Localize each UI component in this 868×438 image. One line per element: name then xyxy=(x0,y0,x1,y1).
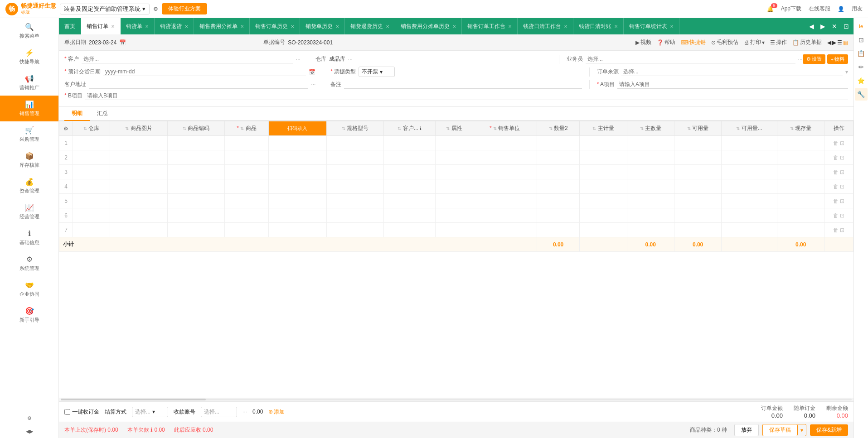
cell-available[interactable] xyxy=(674,136,721,150)
tab-close-icon[interactable]: ✕ xyxy=(508,24,512,29)
delivery-date-input[interactable] xyxy=(103,67,306,76)
tab-close-icon[interactable]: ✕ xyxy=(452,24,456,29)
col-main-unit[interactable]: ⇅ 主计量 xyxy=(580,121,627,136)
cell-qty2[interactable] xyxy=(537,194,579,208)
col-img[interactable]: ⇅ 商品图片 xyxy=(110,121,168,136)
sidebar-item-quicknav[interactable]: ⚡ 快捷导航 xyxy=(0,44,58,70)
cell-customer-code[interactable] xyxy=(384,179,436,194)
sidebar-collapse-btn[interactable]: ◀▶ xyxy=(0,425,58,438)
tab-maximize-btn[interactable]: ⊡ xyxy=(841,23,852,30)
cell-main-qty[interactable] xyxy=(627,194,674,208)
cell-img[interactable] xyxy=(110,165,168,179)
cell-unit[interactable] xyxy=(473,179,537,194)
operation-btn[interactable]: ☰ 操作 xyxy=(770,39,787,46)
sidebar-item-finance[interactable]: 💰 资金管理 xyxy=(0,173,58,199)
tab-stats[interactable]: 销售订单统计表 ✕ xyxy=(624,18,679,34)
cell-product[interactable] xyxy=(225,165,269,179)
cell-product[interactable] xyxy=(225,194,269,208)
cell-qty2[interactable] xyxy=(537,223,579,237)
col-customer-code[interactable]: ⇅ 客户... ℹ xyxy=(384,121,436,136)
cell-customer-code[interactable] xyxy=(384,150,436,165)
cell-main-qty[interactable] xyxy=(627,179,674,194)
cell-available2[interactable] xyxy=(722,136,777,150)
cell-code[interactable] xyxy=(167,165,225,179)
tab-next-btn[interactable]: ▶ xyxy=(818,23,828,30)
copy-icon[interactable]: ⊡ xyxy=(840,198,844,204)
col-settings[interactable]: ⚙ xyxy=(59,121,73,136)
scan-btn[interactable]: 扫码录入 xyxy=(284,124,311,133)
delete-icon[interactable]: 🗑 xyxy=(833,154,839,161)
cell-available[interactable] xyxy=(674,223,721,237)
tab-cash-workbench[interactable]: 钱货日清工作台 ✕ xyxy=(518,18,573,34)
cell-spec[interactable] xyxy=(326,208,384,223)
cell-main-unit[interactable] xyxy=(580,194,627,208)
cell-available[interactable] xyxy=(674,150,721,165)
cell-main-qty[interactable] xyxy=(627,223,674,237)
sidebar-settings-btn[interactable]: ⚙ xyxy=(0,412,58,425)
cell-img[interactable] xyxy=(110,136,168,150)
cell-attribute[interactable] xyxy=(436,208,473,223)
discard-button[interactable]: 放弃 xyxy=(734,424,759,436)
cell-code[interactable] xyxy=(167,136,225,150)
cell-available2[interactable] xyxy=(722,179,777,194)
cell-main-unit[interactable] xyxy=(580,165,627,179)
delete-icon[interactable]: 🗑 xyxy=(833,140,839,146)
cell-qty2[interactable] xyxy=(537,179,579,194)
cell-attribute[interactable] xyxy=(436,194,473,208)
cell-warehouse[interactable] xyxy=(73,194,110,208)
cell-available[interactable] xyxy=(674,179,721,194)
app-download-link[interactable]: App下载 xyxy=(781,5,801,13)
tab-home[interactable]: 首页 xyxy=(59,18,81,34)
tab-expense-history[interactable]: 销售费用分摊单历史 ✕ xyxy=(395,18,462,34)
view-video-btn[interactable]: ▶ 视频 xyxy=(635,39,651,46)
add-payment-btn[interactable]: ⊕ 添加 xyxy=(268,408,285,416)
col-stock[interactable]: ⇅ 现存量 xyxy=(777,121,824,136)
cell-main-qty[interactable] xyxy=(627,208,674,223)
delete-icon[interactable]: 🗑 xyxy=(833,169,839,175)
tab-return-history[interactable]: 销货退货历史 ✕ xyxy=(345,18,395,34)
tab-prev-btn[interactable]: ◀ xyxy=(806,23,817,30)
settings-gear-icon[interactable]: ⚙ xyxy=(153,6,158,12)
delete-icon[interactable]: 🗑 xyxy=(833,198,839,204)
tab-close-icon[interactable]: ✕ xyxy=(184,24,188,29)
cell-stock[interactable] xyxy=(777,150,824,165)
cell-spec[interactable] xyxy=(326,150,384,165)
tab-order-history[interactable]: 销售订单历史 ✕ xyxy=(250,18,300,34)
right-panel-btn-3[interactable]: 📋 xyxy=(855,47,868,60)
cell-product[interactable] xyxy=(225,136,269,150)
sidebar-item-marketing[interactable]: 📢 营销推广 xyxy=(0,70,58,96)
cell-available2[interactable] xyxy=(722,165,777,179)
tab-sales-order[interactable]: 销售订单 ✕ xyxy=(81,18,121,34)
cell-main-unit[interactable] xyxy=(580,179,627,194)
tab-cash-reconcile[interactable]: 钱货日清对账 ✕ xyxy=(573,18,624,34)
cell-product[interactable] xyxy=(225,223,269,237)
cell-main-unit[interactable] xyxy=(580,136,627,150)
delete-icon[interactable]: 🗑 xyxy=(833,227,839,233)
delete-icon[interactable]: 🗑 xyxy=(833,212,839,219)
sidebar-item-basic-info[interactable]: ℹ 基础信息 xyxy=(0,225,58,250)
cell-customer-code[interactable] xyxy=(384,165,436,179)
cell-main-unit[interactable] xyxy=(580,223,627,237)
cell-qty2[interactable] xyxy=(537,165,579,179)
cell-code[interactable] xyxy=(167,150,225,165)
cell-available[interactable] xyxy=(674,194,721,208)
col-attribute[interactable]: ⇅ 属性 xyxy=(436,121,473,136)
warehouse-more-icon[interactable]: ··· xyxy=(348,56,353,63)
cell-unit[interactable] xyxy=(473,150,537,165)
print-btn[interactable]: 🖨 打印 ▾ xyxy=(744,39,765,46)
sidebar-item-inventory[interactable]: 📦 库存核算 xyxy=(0,147,58,173)
shortcut-btn[interactable]: ⌨ 快捷键 xyxy=(681,39,706,46)
right-panel-btn-2[interactable]: ⊡ xyxy=(855,34,868,46)
sidebar-item-sales[interactable]: 📊 销售管理 xyxy=(0,96,58,121)
cell-product[interactable] xyxy=(225,208,269,223)
online-service-link[interactable]: 在线客服 xyxy=(809,5,830,13)
sidebar-item-system[interactable]: ⚙ 系统管理 xyxy=(0,250,58,276)
cell-unit[interactable] xyxy=(473,223,537,237)
cell-warehouse[interactable] xyxy=(73,179,110,194)
tab-close-icon[interactable]: ✕ xyxy=(386,24,389,29)
page-next-icon[interactable]: ▶ xyxy=(832,39,836,46)
cell-main-unit[interactable] xyxy=(580,208,627,223)
profit-btn[interactable]: ⊙ 毛利预估 xyxy=(711,39,738,46)
tab-bill-history[interactable]: 销货单历史 ✕ xyxy=(300,18,345,34)
cell-customer-code[interactable] xyxy=(384,223,436,237)
